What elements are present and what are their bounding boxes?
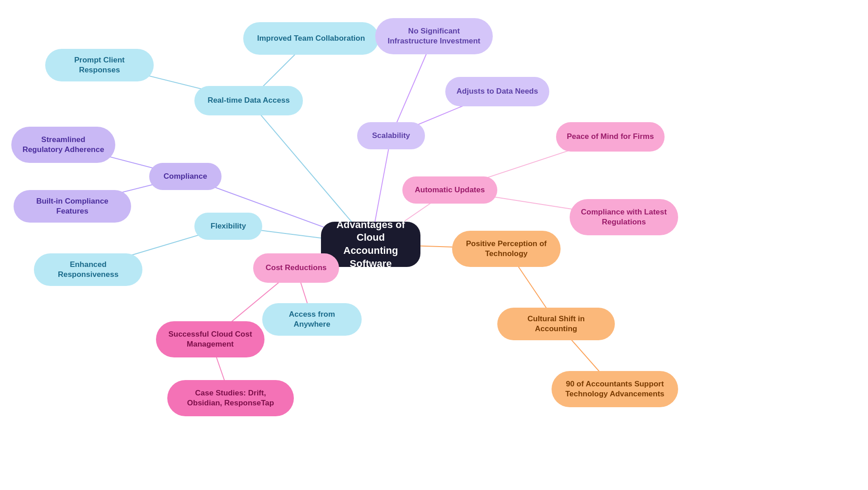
access-anywhere-node: Access from Anywhere [262,303,362,336]
no-infra-node: No Significant Infrastructure Investment [375,18,493,54]
enhanced-resp-node: Enhanced Responsiveness [34,253,142,286]
automatic-updates-node: Automatic Updates [402,176,497,204]
streamlined-reg-node: Streamlined Regulatory Adherence [11,127,115,163]
real-time-data-node: Real-time Data Access [194,86,303,115]
improved-team-collab-node: Improved Team Collaboration [243,22,379,55]
adjusts-data-node: Adjusts to Data Needs [445,77,549,106]
cultural-shift-node: Cultural Shift in Accounting [497,308,615,340]
case-studies-node: Case Studies: Drift, Obsidian, ResponseT… [167,380,294,416]
compliance-latest-node: Compliance with Latest Regulations [570,199,678,235]
flexibility-node: Flexibility [194,213,262,240]
scalability-node: Scalability [357,122,425,149]
successful-cloud-node: Successful Cloud Cost Management [156,321,264,357]
positive-perception-node: Positive Perception of Technology [452,231,561,267]
peace-of-mind-node: Peace of Mind for Firms [556,122,665,152]
mindmap-container: Advantages of Cloud Accounting SoftwareI… [0,0,868,490]
prompt-client-node: Prompt Client Responses [45,49,154,81]
cost-reductions-node: Cost Reductions [253,253,339,283]
builtin-compliance-node: Built-in Compliance Features [14,190,131,223]
compliance-node: Compliance [149,163,222,190]
90-accountants-node: 90 of Accountants Support Technology Adv… [552,371,678,407]
